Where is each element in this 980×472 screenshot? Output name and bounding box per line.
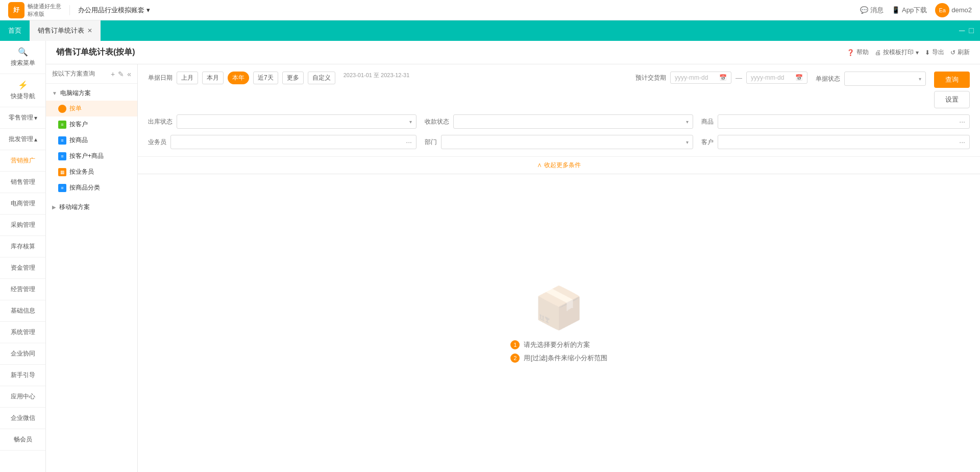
tab-order-stats[interactable]: 销售订单统计表 ✕ [30,20,101,41]
page-header: 销售订单统计表(按单) ❓ 帮助 🖨 按模板打印 ▾ ⬇ 导出 ↺ 刷新 [46,41,980,64]
filter-row-1: 单据日期 上月 本月 本年 近7天 更多 自定义 [148,72,970,108]
goods-label: 商品 [701,117,714,126]
dept-select[interactable]: ▾ [441,135,693,149]
date-filter-group: 单据日期 上月 本月 本年 近7天 更多 自定义 [148,72,335,84]
dept-label: 部门 [425,138,437,147]
sidebar-item-marketing[interactable]: 营销推广 [0,150,45,172]
date-btn-custom[interactable]: 自定义 [308,72,335,84]
sidebar: 🔍 搜索菜单 ⚡ 快捷导航 零售管理 ▾ 批发管理 ▴ 营销推广 销售管理 电商… [0,41,46,472]
sidebar-item-wholesale[interactable]: 批发管理 ▴ [0,129,45,150]
date-btn-this-month[interactable]: 本月 [202,72,224,84]
goods-select[interactable]: ··· [718,114,970,129]
sidebar-item-purchase[interactable]: 采购管理 [0,215,45,236]
top-bar-right: 💬 消息 📱 App下载 Ea demo2 [860,3,972,17]
sidebar-item-appcenter[interactable]: 应用中心 [0,386,45,408]
date-btn-more[interactable]: 更多 [282,72,304,84]
date-label: 单据日期 [148,74,173,82]
query-btn-area: 查询 设置 [934,72,970,108]
user-area[interactable]: Ea demo2 [935,3,972,17]
salesman-select[interactable]: ··· [170,135,416,149]
sidebar-item-sales[interactable]: 销售管理 [0,172,45,193]
tab-home[interactable]: 首页 [0,20,30,41]
logo-icon: 好 [8,2,24,18]
setting-button[interactable]: 设置 [934,91,970,108]
sidebar-item-retail[interactable]: 零售管理 ▾ [0,107,45,129]
salesman-group: 业务员 ··· [148,135,416,149]
empty-state: 📦 1 请先选择要分析的方案 2 用[过滤]条件来缩小分析范围 [138,174,980,472]
wechat-label: 企业微信 [11,414,35,422]
sidebar-item-quicknav[interactable]: ⚡ 快捷导航 [0,74,45,107]
logo-text: 畅捷通好生意 标准版 [28,3,61,17]
message-btn[interactable]: 💬 消息 [860,6,884,15]
scheme-item-by-customer[interactable]: ≡ 按客户 [46,116,137,132]
sidebar-item-basic[interactable]: 基础信息 [0,300,45,322]
expected-date-end[interactable]: yyyy-mm-dd 📅 [746,72,807,84]
page-title: 销售订单统计表(按单) [56,47,135,58]
tab-close-icon[interactable]: ✕ [87,27,92,34]
appcenter-label: 应用中心 [11,392,35,401]
company-selector[interactable]: 办公用品行业模拟账套 ▾ [78,6,150,15]
customer-select[interactable]: ··· [718,135,970,149]
receipt-arrow-icon: ▾ [686,119,689,125]
export-btn[interactable]: ⬇ 导出 [925,48,944,57]
sidebar-item-ecommerce[interactable]: 电商管理 [0,193,45,215]
sidebar-item-enterprise[interactable]: 企业协同 [0,343,45,365]
collapse-btn[interactable]: ∧ 收起更多条件 [138,156,980,174]
scheme-order-icon [58,105,66,113]
delivery-select[interactable]: ▾ [177,114,416,129]
receipt-select[interactable]: ▾ [453,114,693,129]
tip-num-2: 2 [510,353,520,363]
salesman-more-icon[interactable]: ··· [406,138,412,146]
main-layout: 🔍 搜索菜单 ⚡ 快捷导航 零售管理 ▾ 批发管理 ▴ 营销推广 销售管理 电商… [0,41,980,472]
left-scheme-panel: 按以下方案查询 + ✎ « ▼ 电脑端方案 按单 [46,64,138,472]
sidebar-item-operation[interactable]: 经营管理 [0,279,45,300]
print-btn[interactable]: 🖨 按模板打印 ▾ [875,48,919,57]
print-icon: 🖨 [875,49,881,56]
customer-label: 客户 [701,138,714,147]
app-download-btn[interactable]: 📱 App下载 [892,6,927,15]
expected-date-start[interactable]: yyyy-mm-dd 📅 [670,72,731,84]
page-actions: ❓ 帮助 🖨 按模板打印 ▾ ⬇ 导出 ↺ 刷新 [847,48,970,57]
maximize-icon[interactable]: □ [969,26,974,35]
empty-tip-1: 1 请先选择要分析的方案 [510,340,607,349]
ecommerce-label: 电商管理 [11,199,35,208]
sidebar-item-search[interactable]: 🔍 搜索菜单 [0,41,45,74]
query-button[interactable]: 查询 [934,72,970,88]
status-select[interactable]: ▾ [844,72,926,86]
scheme-item-by-category[interactable]: ≡ 按商品分类 [46,180,137,196]
sales-label: 销售管理 [11,178,35,186]
goods-more-icon[interactable]: ··· [959,117,965,126]
scheme-item-by-salesman[interactable]: ▦ 按业务员 [46,164,137,180]
scheme-category-icon: ≡ [58,184,66,192]
collapse-icon: ∧ [537,161,544,169]
help-btn[interactable]: ❓ 帮助 [847,48,869,57]
customer-group: 客户 ··· [701,135,970,149]
sidebar-item-system[interactable]: 系统管理 [0,322,45,343]
date-btn-last7[interactable]: 近7天 [253,72,278,84]
scheme-item-by-customer-goods[interactable]: ≡ 按客户+商品 [46,148,137,164]
mobile-group: ▶ 移动端方案 [46,198,137,217]
pc-group-header[interactable]: ▼ 电脑端方案 [46,86,137,101]
scheme-item-by-order[interactable]: 按单 [46,101,137,116]
member-label: 畅会员 [14,435,32,444]
sidebar-item-newguide[interactable]: 新手引导 [0,365,45,386]
mobile-group-header[interactable]: ▶ 移动端方案 [46,200,137,215]
sidebar-item-wechat[interactable]: 企业微信 [0,408,45,429]
add-scheme-btn[interactable]: + [111,70,115,78]
export-icon: ⬇ [925,49,930,56]
sidebar-item-finance[interactable]: 资金管理 [0,257,45,279]
purchase-label: 采购管理 [11,221,35,229]
sidebar-item-member[interactable]: 畅会员 [0,429,45,451]
refresh-btn[interactable]: ↺ 刷新 [950,48,970,57]
minimize-icon[interactable]: ─ [959,26,965,35]
date-btn-last-month[interactable]: 上月 [177,72,198,84]
top-bar-left: 好 畅捷通好生意 标准版 办公用品行业模拟账套 ▾ [8,2,150,18]
sidebar-item-inventory[interactable]: 库存核算 [0,236,45,257]
date-btn-this-year[interactable]: 本年 [228,72,249,84]
collapse-panel-btn[interactable]: « [127,70,131,78]
scheme-item-by-goods[interactable]: ≡ 按商品 [46,132,137,148]
mobile-expand-icon: ▶ [52,204,56,210]
customer-more-icon[interactable]: ··· [959,138,965,146]
calendar-icon: 📅 [719,74,727,81]
delivery-arrow-icon: ▾ [409,119,412,125]
